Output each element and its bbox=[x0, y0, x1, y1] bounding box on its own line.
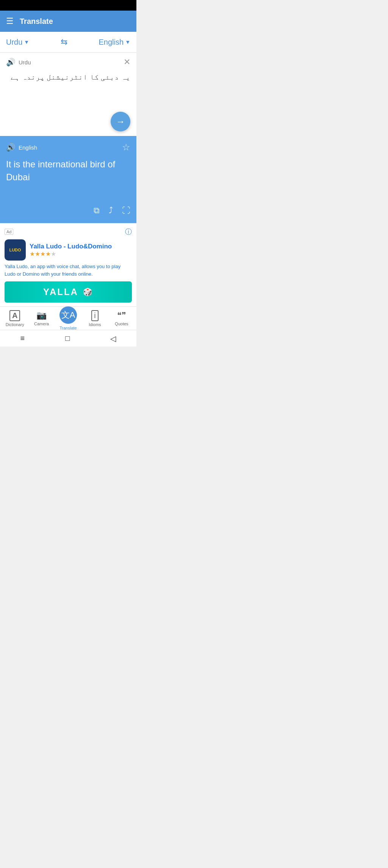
camera-label: Camera bbox=[34, 322, 49, 326]
ad-description: Yalla Ludo, an app with voice chat, allo… bbox=[5, 263, 132, 278]
fullscreen-button[interactable]: ⛶ bbox=[122, 206, 130, 215]
output-area: 🔊 English ☆ It is the international bird… bbox=[0, 136, 136, 223]
favorite-button[interactable]: ☆ bbox=[122, 142, 130, 153]
ad-app-name: Yalla Ludo - Ludo&Domino bbox=[30, 243, 112, 250]
quotes-icon: ❝❞ bbox=[117, 311, 126, 320]
ad-label: Ad bbox=[5, 229, 13, 235]
camera-icon: 📷 bbox=[36, 311, 47, 320]
source-header: 🔊 Urdu ✕ bbox=[6, 57, 130, 67]
clear-button[interactable]: ✕ bbox=[124, 57, 130, 67]
ad-label-row: Ad ⓘ bbox=[5, 227, 132, 236]
ad-banner[interactable]: YALLA 🎲 bbox=[5, 281, 132, 303]
swap-icon: ⇆ bbox=[61, 37, 67, 47]
ad-app-row[interactable]: LUDO Yalla Ludo - Ludo&Domino ★★★★★ bbox=[5, 239, 132, 261]
ad-content: LUDO Yalla Ludo - Ludo&Domino ★★★★★ Yall… bbox=[5, 239, 132, 303]
output-actions: ⧉ ⤴ ⛶ bbox=[94, 206, 130, 215]
output-lang-label: 🔊 English bbox=[6, 143, 37, 152]
toolbar: ☰ Translate bbox=[0, 11, 136, 32]
source-language-text: Urdu bbox=[19, 59, 31, 66]
source-text: یہ دبئی کا انٹرنیشنل پرندہ ہے bbox=[6, 71, 130, 83]
source-language-button[interactable]: Urdu ▼ bbox=[6, 38, 29, 47]
menu-icon[interactable]: ☰ bbox=[6, 16, 14, 26]
share-button[interactable]: ⤴ bbox=[109, 206, 113, 215]
output-language-text: English bbox=[19, 144, 37, 151]
system-back-button[interactable]: ◁ bbox=[110, 334, 116, 343]
system-menu-button[interactable]: ≡ bbox=[20, 334, 25, 343]
system-navigation: ≡ □ ◁ bbox=[0, 330, 136, 347]
language-row: Urdu ▼ ⇆ English ▼ bbox=[0, 32, 136, 53]
dictionary-icon: A bbox=[9, 310, 20, 321]
dictionary-label: Dictionary bbox=[6, 322, 24, 327]
nav-item-dictionary[interactable]: A Dictionary bbox=[2, 310, 28, 327]
ad-banner-text: YALLA bbox=[43, 287, 78, 297]
idioms-label: Idioms bbox=[89, 322, 101, 327]
translate-button[interactable]: → bbox=[111, 112, 130, 131]
bottom-navigation: A Dictionary 📷 Camera 文A Translate i Idi… bbox=[0, 306, 136, 330]
output-header: 🔊 English ☆ bbox=[6, 142, 130, 153]
translate-arrow-icon: → bbox=[116, 116, 125, 127]
system-home-button[interactable]: □ bbox=[65, 334, 70, 343]
nav-item-idioms[interactable]: i Idioms bbox=[81, 310, 108, 327]
copy-button[interactable]: ⧉ bbox=[94, 206, 100, 215]
target-language-button[interactable]: English ▼ bbox=[99, 38, 130, 47]
target-language-label: English bbox=[99, 38, 124, 47]
status-bar bbox=[0, 0, 136, 11]
idioms-icon: i bbox=[91, 310, 98, 321]
nav-item-translate[interactable]: 文A Translate bbox=[55, 306, 81, 330]
output-speaker-icon[interactable]: 🔊 bbox=[6, 143, 16, 152]
output-text: It is the international bird of Dubai bbox=[6, 158, 130, 183]
ad-info-icon[interactable]: ⓘ bbox=[125, 227, 132, 236]
source-speaker-icon[interactable]: 🔊 bbox=[6, 58, 16, 67]
ad-app-info: Yalla Ludo - Ludo&Domino ★★★★★ bbox=[30, 243, 112, 258]
source-language-label: Urdu bbox=[6, 38, 22, 47]
translate-nav-icon: 文A bbox=[59, 306, 77, 324]
nav-item-camera[interactable]: 📷 Camera bbox=[28, 311, 55, 326]
source-lang-label: 🔊 Urdu bbox=[6, 58, 31, 67]
ad-banner-decoration: 🎲 bbox=[83, 287, 93, 297]
ad-app-icon: LUDO bbox=[5, 239, 26, 261]
toolbar-title: Translate bbox=[20, 17, 53, 26]
source-language-dropdown-icon: ▼ bbox=[24, 39, 29, 45]
source-area[interactable]: 🔊 Urdu ✕ یہ دبئی کا انٹرنیشنل پرندہ ہے → bbox=[0, 53, 136, 136]
swap-language-button[interactable]: ⇆ bbox=[61, 37, 67, 47]
translate-label: Translate bbox=[59, 326, 77, 330]
ad-section: Ad ⓘ LUDO Yalla Ludo - Ludo&Domino ★★★★★… bbox=[0, 223, 136, 306]
target-language-dropdown-icon: ▼ bbox=[125, 39, 130, 45]
quotes-label: Quotes bbox=[115, 322, 128, 326]
nav-item-quotes[interactable]: ❝❞ Quotes bbox=[108, 311, 135, 326]
ad-stars: ★★★★★ bbox=[30, 250, 112, 258]
